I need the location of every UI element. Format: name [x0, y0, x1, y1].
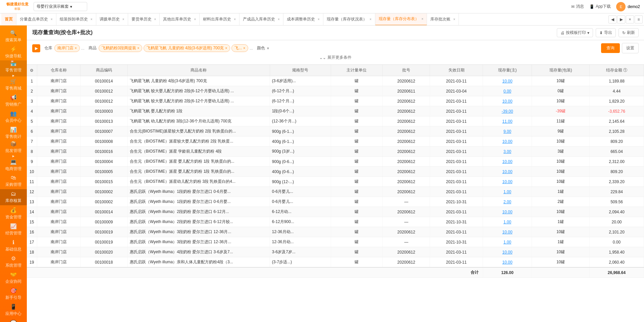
cell-qty-main[interactable]: 2.00 [483, 197, 532, 207]
template-print-btn[interactable]: 🖨 按模板打印 ▾ [557, 28, 593, 37]
cell-qty-main[interactable]: 10.00 [483, 247, 532, 257]
sidebar-item-inventory[interactable]: 🗂 库存核算 [0, 189, 27, 205]
sidebar-item-purchase[interactable]: 🛍 采购管理 [0, 173, 27, 189]
warehouse-tag[interactable]: 南岸门店 × [54, 44, 80, 52]
cell-qty-main[interactable]: 9.00 [483, 126, 532, 137]
cell-qty-main[interactable]: 11.00 [483, 116, 532, 126]
cell-qty-main[interactable]: 1.00 [483, 237, 532, 247]
tab-10[interactable]: 现存量（库存分布表） × [375, 13, 427, 25]
cell-qty-pkg: 10罐 [532, 157, 590, 167]
tab-close-all-btn[interactable]: × [626, 15, 634, 23]
cell-qty-main[interactable]: 10.00 [483, 76, 532, 86]
sidebar-app-center-label: 应用中心 [5, 311, 21, 317]
tab-4[interactable]: 要货单历史 × [128, 13, 160, 25]
tab-7[interactable]: 产成品入库单历史 × [239, 13, 283, 25]
app-download-btn[interactable]: 📱 App下载 [589, 4, 611, 9]
sidebar-item-member[interactable]: 👥 会员中心 [0, 109, 27, 125]
cell-qty-main[interactable]: 10.00 [483, 96, 532, 106]
tab-3-close[interactable]: × [122, 17, 124, 21]
sidebar-item-collab[interactable]: 🤝 企业协同 [0, 270, 27, 286]
cell-qty-main[interactable]: 10.00 [483, 257, 532, 268]
cell-qty-main[interactable]: 10.00 [483, 207, 532, 217]
tab-2[interactable]: 组装拆卸单历史 × [56, 13, 96, 25]
tab-6[interactable]: 材料出库单历史 × [200, 13, 239, 25]
product-tag-3-close[interactable]: × [243, 46, 245, 50]
sidebar-item-app-center[interactable]: 📱 应用中心 [0, 302, 27, 318]
cell-qty-main[interactable]: 10.00 [483, 227, 532, 237]
cell-spec: 900g (0-6...) [270, 157, 331, 167]
export-btn[interactable]: ⬇ 导出 [596, 28, 616, 37]
product-tag-2[interactable]: 飞鹤星飞帆 儿童奶粉 4段(3-6岁适用) 700克 × [144, 44, 230, 52]
sidebar-item-wechat[interactable]: 💬 企业微信 [0, 318, 27, 322]
product-filter-more[interactable]: ... [250, 46, 253, 51]
sidebar-item-ecommerce[interactable]: 💻 电商管理 [0, 157, 27, 173]
tab-7-close[interactable]: × [278, 17, 280, 21]
sidebar-item-finance[interactable]: 💰 资金管理 [0, 205, 27, 221]
product-tag-2-close[interactable]: × [225, 46, 227, 50]
cell-qty-main[interactable]: 10.00 [483, 157, 532, 167]
sidebar-item-retail-stats[interactable]: 📊 零售统计 [0, 125, 27, 141]
tab-5-close[interactable]: × [194, 17, 196, 21]
page-title: 现存量查询(按仓库+批次) [32, 29, 93, 36]
sidebar-item-retail[interactable]: 🏪 零售管理 ▶ [0, 60, 27, 76]
settings-icon[interactable]: ⚙ [30, 68, 34, 73]
settings-btn[interactable]: 设置 [622, 43, 639, 53]
cell-qty-main[interactable]: 3.00 [483, 147, 532, 157]
sidebar-item-operation[interactable]: 📈 经营管理 [0, 221, 27, 237]
tab-prev-btn[interactable]: ◀ [608, 15, 616, 23]
cell-qty-main[interactable]: 1.00 [483, 187, 532, 197]
th-amount: 结存金额 ① [590, 65, 644, 76]
refresh-btn[interactable]: ↻ 刷新 [619, 28, 639, 37]
color-expand-btn[interactable]: ▾ [267, 46, 269, 51]
cell-qty-main[interactable]: 10.00 [483, 137, 532, 147]
tab-4-close[interactable]: × [154, 17, 156, 21]
message-btn[interactable]: ✉ 消息 [571, 4, 584, 9]
tab-next-btn[interactable]: ▶ [617, 15, 625, 23]
cell-name: 合生元（BIOSTIME）派星较大婴儿配方奶粉 2段 乳铁蛋... [127, 137, 270, 147]
cell-qty-main[interactable]: 1.00 [483, 217, 532, 227]
tab-11-close[interactable]: × [453, 17, 455, 21]
product-tag-1-close[interactable]: × [138, 46, 140, 50]
tab-6-close[interactable]: × [234, 17, 236, 21]
expand-more-btn[interactable]: ⌄⌄ 展开更多条件 [32, 53, 639, 62]
tab-10-close[interactable]: × [422, 17, 424, 21]
tab-9[interactable]: 现存量（库存状况表） × [323, 13, 375, 25]
tab-8[interactable]: 成本调整单历史 × [283, 13, 323, 25]
cell-warehouse: 南岸门店 [37, 207, 80, 217]
tab-1[interactable]: 分量盘点单历史 × [16, 13, 56, 25]
search-btn[interactable]: 查询 [601, 43, 620, 53]
tab-8-close[interactable]: × [318, 17, 320, 21]
sidebar-item-quicknav[interactable]: ⚡ 快捷导航 [0, 44, 27, 60]
cell-qty-main[interactable]: 10.00 [483, 167, 532, 177]
cell-expire: 2021-03-11 [430, 167, 483, 177]
warehouse-tag-close[interactable]: × [75, 46, 77, 50]
sidebar-item-guide[interactable]: 🎯 新手引导 [0, 286, 27, 302]
product-tag-3[interactable]: 飞... × [231, 44, 248, 52]
warehouse-select[interactable]: 母婴行业演示账套 ▾ [34, 2, 87, 11]
warehouse-filter-more[interactable]: ... [81, 46, 85, 51]
cell-name: 惠氏启跃（Wyeth illuma）2段奶粉 爱尔兰进口 6-12月... [127, 207, 270, 217]
tab-11[interactable]: 库存批次账 × [427, 13, 459, 25]
tab-1-close[interactable]: × [51, 17, 53, 21]
tab-5[interactable]: 其他出库单历史 × [160, 13, 200, 25]
cell-qty-main[interactable]: 0.00 [483, 86, 532, 96]
product-tag-1[interactable]: 飞鹤奶粉3段两提装 × [99, 44, 143, 52]
cell-qty-main[interactable]: 10.00 [483, 177, 532, 187]
sidebar-item-wholesale[interactable]: 📦 批发管理 ▶ [0, 141, 27, 157]
cell-spec: (3-7步适...) [270, 257, 331, 268]
cell-no: 4 [27, 106, 37, 116]
tab-menu-btn[interactable]: ≡ [635, 15, 643, 23]
sidebar-item-basic-info[interactable]: ℹ 基础信息 [0, 237, 27, 254]
tab-home[interactable]: 首页 [1, 13, 16, 25]
tab-9-close[interactable]: × [370, 17, 372, 21]
tab-3[interactable]: 调拨单历史 × [96, 13, 128, 25]
cell-qty-main[interactable]: -39.00 [483, 106, 532, 116]
filter-expand-btn[interactable]: ▶ [32, 44, 40, 52]
tab-2-close[interactable]: × [91, 17, 93, 21]
sidebar-item-system[interactable]: ⚙ 系统管理 [0, 254, 27, 270]
user-area[interactable]: E demo2 [616, 2, 640, 11]
sidebar-item-marketing[interactable]: 📢 营销推广 [0, 93, 27, 109]
sidebar-item-search[interactable]: 🔍 搜索英单 [0, 28, 27, 44]
th-settings[interactable]: ⚙ [27, 65, 37, 76]
sidebar-item-mall[interactable]: 🛒 零售商城 [0, 76, 27, 93]
